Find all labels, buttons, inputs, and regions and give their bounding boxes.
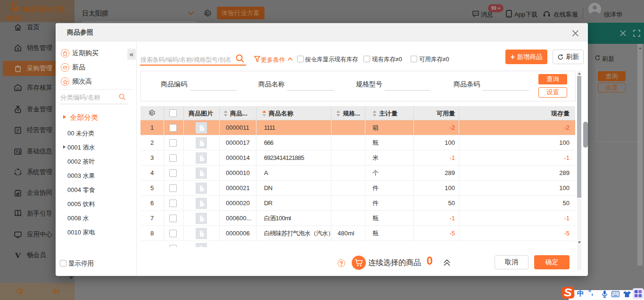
svg-text:V: V	[15, 251, 21, 259]
svg-text:$: $	[17, 47, 19, 51]
svg-text:¥: ¥	[17, 108, 19, 112]
